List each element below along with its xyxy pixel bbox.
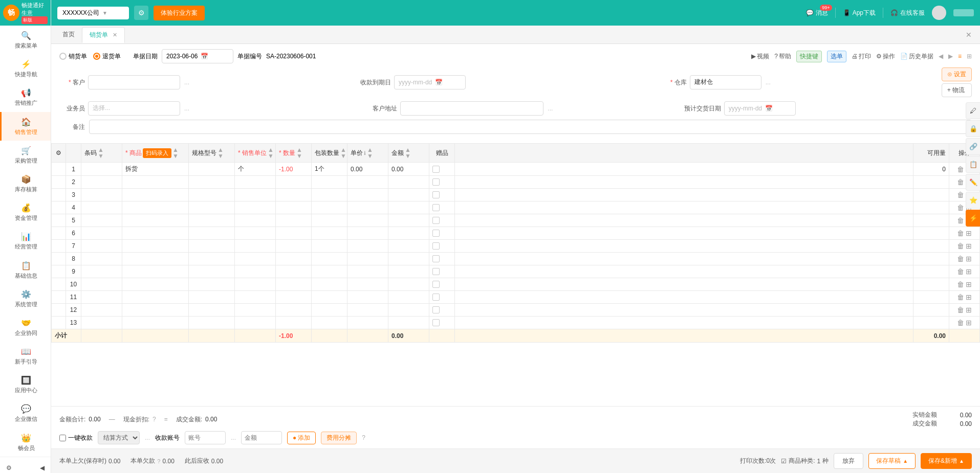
row-gift[interactable] <box>429 253 455 265</box>
one-click-payment-input[interactable] <box>59 435 66 441</box>
right-panel-btn-2[interactable]: 🔒 <box>966 120 980 137</box>
row-amount[interactable] <box>388 189 429 201</box>
radio-sales[interactable]: 销货单 <box>59 52 87 61</box>
row-product[interactable] <box>122 227 189 240</box>
row-unit[interactable] <box>235 291 276 304</box>
row-amount[interactable] <box>388 176 429 189</box>
gift-checkbox[interactable] <box>432 281 440 288</box>
account-dots[interactable]: ... <box>231 434 236 441</box>
row-price[interactable] <box>347 189 388 201</box>
gift-checkbox[interactable] <box>432 242 440 250</box>
salesperson-input[interactable]: 选择... <box>88 101 180 116</box>
gift-checkbox[interactable] <box>432 166 440 173</box>
row-remark[interactable] <box>455 163 913 176</box>
row-pkgqty[interactable] <box>312 201 347 214</box>
sidebar-item-inventory[interactable]: 📦 库存核算 <box>0 169 51 198</box>
row-delete-btn[interactable]: 🗑 <box>957 306 964 314</box>
price-info-icon[interactable]: ℹ <box>364 150 366 156</box>
view-list-icon[interactable]: ≡ <box>958 53 962 60</box>
row-spec[interactable] <box>189 278 235 291</box>
row-product[interactable] <box>122 278 189 291</box>
row-remark[interactable] <box>455 278 913 291</box>
row-gift[interactable] <box>429 304 455 317</box>
gift-checkbox[interactable] <box>432 191 440 198</box>
row-price[interactable] <box>347 240 388 253</box>
right-panel-btn-4[interactable]: 📋 <box>966 156 980 173</box>
row-qty[interactable] <box>276 189 312 201</box>
row-copy-btn[interactable]: ⊞ <box>966 242 972 250</box>
gift-checkbox[interactable] <box>432 178 440 186</box>
nav-next-icon[interactable]: ▶ <box>948 53 953 60</box>
row-delete-btn[interactable]: 🗑 <box>957 255 964 263</box>
row-price[interactable] <box>347 278 388 291</box>
row-price[interactable] <box>347 317 388 329</box>
row-delete-btn[interactable]: 🗑 <box>957 178 964 186</box>
settings-button[interactable]: ⊙ 设置 <box>942 67 972 81</box>
row-pkgqty[interactable] <box>312 240 347 253</box>
row-delete-btn[interactable]: 🗑 <box>957 293 964 301</box>
row-product[interactable] <box>122 265 189 278</box>
settlement-dots[interactable]: ... <box>145 434 150 441</box>
sidebar-item-marketing[interactable]: 📢 营销推广 <box>0 83 51 111</box>
expense-split-button[interactable]: 费用分摊 <box>321 432 357 444</box>
row-remark[interactable] <box>455 201 913 214</box>
scan-button[interactable]: 扫码录入 <box>143 148 171 158</box>
customer-dots[interactable]: ... <box>184 79 189 86</box>
expected-delivery-calendar-icon[interactable]: 📅 <box>765 105 773 112</box>
row-unit[interactable] <box>235 253 276 265</box>
sidebar-collapse-btn[interactable]: ◀ <box>38 460 47 473</box>
nav-prev-icon[interactable]: ◀ <box>939 53 943 60</box>
row-remark[interactable] <box>455 227 913 240</box>
row-qty[interactable] <box>276 240 312 253</box>
row-spec[interactable] <box>189 304 235 317</box>
row-unit[interactable] <box>235 201 276 214</box>
message-btn[interactable]: 💬 消息 99+ <box>806 9 828 17</box>
settlement-method-select[interactable]: 结算方式 <box>98 431 140 444</box>
row-amount[interactable] <box>388 240 429 253</box>
right-panel-btn-5[interactable]: ✏️ <box>966 174 980 191</box>
user-avatar[interactable] <box>932 6 946 20</box>
row-gift[interactable] <box>429 291 455 304</box>
row-barcode[interactable] <box>81 176 122 189</box>
row-remark[interactable] <box>455 189 913 201</box>
row-amount[interactable] <box>388 265 429 278</box>
sidebar-item-basic[interactable]: 📋 基础信息 <box>0 256 51 284</box>
salesperson-dots[interactable]: ... <box>184 105 189 112</box>
sidebar-item-apps[interactable]: 🔲 应用中心 <box>0 370 51 399</box>
video-link[interactable]: ▶ 视频 <box>751 52 769 61</box>
radio-return[interactable]: 退货单 <box>93 52 121 61</box>
row-pkgqty[interactable] <box>312 265 347 278</box>
row-pkgqty[interactable] <box>312 317 347 329</box>
gift-checkbox[interactable] <box>432 268 440 275</box>
tab-close-icon[interactable]: ✕ <box>113 32 117 38</box>
row-remark[interactable] <box>455 240 913 253</box>
row-amount[interactable] <box>388 278 429 291</box>
row-delete-btn[interactable]: 🗑 <box>957 229 964 237</box>
row-delete-btn[interactable]: 🗑 <box>957 267 964 276</box>
row-unit[interactable] <box>235 278 276 291</box>
print-link[interactable]: 🖨 打印 <box>852 52 871 61</box>
app-download-btn[interactable]: 📱 App下载 <box>843 9 876 17</box>
row-pkgqty[interactable] <box>312 189 347 201</box>
warehouse-input[interactable]: 建材仓 <box>690 75 761 89</box>
row-qty[interactable] <box>276 201 312 214</box>
row-barcode[interactable] <box>81 265 122 278</box>
sidebar-item-quick-nav[interactable]: ⚡ 快捷导航 <box>0 54 51 83</box>
row-pkgqty[interactable] <box>312 278 347 291</box>
row-qty[interactable] <box>276 253 312 265</box>
row-qty[interactable]: -1.00 <box>276 163 312 176</box>
row-unit[interactable] <box>235 227 276 240</box>
row-barcode[interactable] <box>81 278 122 291</box>
row-price[interactable]: 0.00 <box>347 163 388 176</box>
sidebar-settings-btn[interactable]: ⚙ <box>4 460 14 473</box>
row-spec[interactable] <box>189 291 235 304</box>
sidebar-item-member[interactable]: 👑 畅会员 <box>0 428 51 457</box>
row-delete-btn[interactable]: 🗑 <box>957 280 964 288</box>
row-barcode[interactable] <box>81 253 122 265</box>
sidebar-item-search[interactable]: 🔍 搜索菜单 <box>0 26 51 54</box>
row-copy-btn[interactable]: ⊞ <box>966 280 972 288</box>
row-product[interactable]: 拆货 <box>122 163 189 176</box>
customer-input[interactable] <box>88 75 180 89</box>
sidebar-item-operation[interactable]: 📊 经营管理 <box>0 227 51 255</box>
operation-link[interactable]: ⚙ 操作 <box>876 52 895 61</box>
